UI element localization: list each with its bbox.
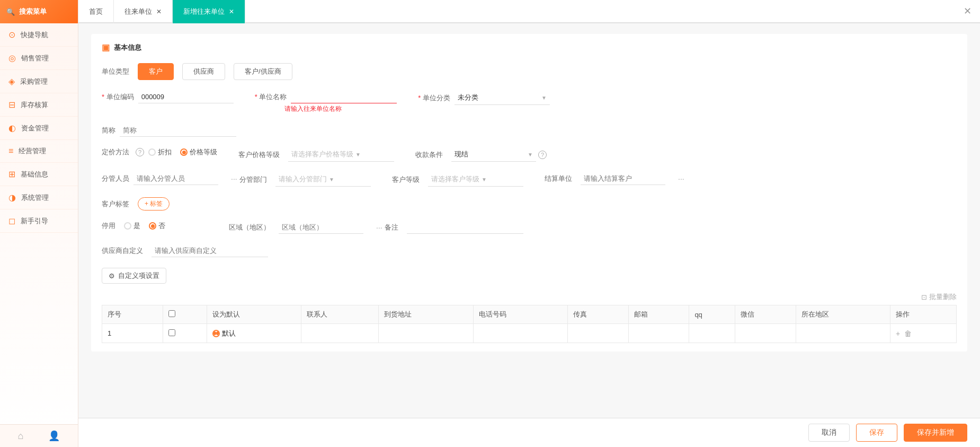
tab-close-new-partner[interactable]: ✕ [229, 8, 234, 15]
sidebar-search-label[interactable]: 搜索菜单 [19, 7, 47, 16]
row-default[interactable]: 默认 [207, 324, 301, 343]
main-area: 首页往来单位✕新增往来单位✕ ✕ ▣ 基本信息 单位类型 客户供应商客户/供应商… [78, 0, 980, 447]
row-add-btn[interactable]: + [896, 329, 900, 338]
select-all-checkbox[interactable] [168, 310, 175, 317]
sidebar-item-label-sales: 销售管理 [21, 54, 49, 63]
sidebar-item-inventory[interactable]: ⊟库存核算 [0, 93, 78, 117]
pricing-discount-option[interactable]: 折扣 [148, 147, 172, 157]
sidebar-item-basic[interactable]: ⊞基础信息 [0, 163, 78, 186]
home-icon[interactable]: ⌂ [18, 431, 24, 442]
tab-label-new-partner: 新增往来单位 [183, 7, 225, 16]
settlement-more-btn[interactable]: ··· [676, 174, 687, 183]
sidebar-item-sales[interactable]: ◎销售管理 [0, 47, 78, 70]
row-actions[interactable]: +🗑 [890, 324, 956, 343]
unit-type-customer-button[interactable]: 客户 [138, 63, 174, 80]
tab-close-partners[interactable]: ✕ [156, 8, 162, 15]
bottom-bar: 取消 保存 保存并新增 [78, 418, 980, 447]
row-checkbox-cell[interactable] [163, 324, 207, 343]
table-header-1[interactable] [163, 305, 207, 324]
table-header-9: 微信 [735, 305, 796, 324]
manager-more-btn[interactable]: ··· [229, 174, 239, 183]
code-label: 单位编码 [102, 92, 134, 102]
remark-field: 备注 [385, 221, 523, 234]
pricing-field: 定价方法 ? 折扣 价格等级 [102, 147, 217, 157]
tab-new-partner[interactable]: 新增往来单位✕ [173, 0, 245, 23]
quick-nav-icon: ⊙ [8, 30, 15, 40]
save-button[interactable]: 保存 [856, 424, 897, 442]
unit-type-supplier-button[interactable]: 供应商 [182, 63, 225, 80]
table-header-7: 邮箱 [628, 305, 689, 324]
name-label: 单位名称 [255, 92, 287, 102]
disable-yes-option[interactable]: 是 [124, 221, 140, 231]
close-all-tabs-button[interactable]: ✕ [955, 0, 980, 23]
name-field-wrapper: 单位名称 请输入往来单位名称 [255, 91, 397, 113]
cancel-button[interactable]: 取消 [808, 424, 850, 442]
disable-label: 停用 [102, 221, 115, 231]
sidebar-item-label-basic: 基础信息 [21, 170, 48, 179]
disable-yes-radio[interactable] [124, 222, 131, 230]
tab-partners[interactable]: 往来单位✕ [114, 0, 173, 23]
pricing-help-icon[interactable]: ? [136, 148, 144, 156]
add-tag-button[interactable]: + 标签 [138, 197, 170, 211]
sidebar-item-label-quick-nav: 快捷导航 [21, 30, 48, 40]
code-input[interactable]: 000009 [138, 91, 234, 103]
purchase-icon: ◈ [8, 76, 15, 86]
content-area: ▣ 基本信息 单位类型 客户供应商客户/供应商 单位编码 000009 单位名称 [78, 23, 980, 418]
row-checkbox[interactable] [168, 329, 175, 336]
short-name-label: 简称 [102, 126, 115, 135]
table-actions: ⊡ 批量删除 [102, 292, 957, 302]
payment-condition-chevron: ▼ [528, 152, 533, 157]
payment-condition-label: 收款条件 [415, 150, 443, 160]
tab-label-partners: 往来单位 [124, 7, 152, 16]
sidebar-item-finance[interactable]: ◐资金管理 [0, 117, 78, 140]
disable-no-radio[interactable] [149, 222, 156, 230]
unit-type-both-button[interactable]: 客户/供应商 [234, 63, 292, 80]
department-placeholder: 请输入分管部门 [279, 174, 327, 184]
tab-home[interactable]: 首页 [78, 0, 114, 23]
region-more-btn[interactable]: ··· [374, 223, 385, 232]
sidebar-header[interactable]: 🔍 搜索菜单 [0, 0, 78, 23]
batch-delete-button[interactable]: ⊡ 批量删除 [921, 292, 957, 302]
customer-level-select[interactable]: 请选择客户等级 ▼ [428, 172, 523, 187]
manager-input[interactable] [133, 172, 229, 185]
remark-input[interactable] [407, 221, 523, 234]
customer-price-select[interactable]: 请选择客户价格等级 ▼ [288, 147, 394, 162]
customer-price-field: 客户价格等级 请选择客户价格等级 ▼ [238, 147, 394, 162]
sidebar-item-purchase[interactable]: ◈采购管理 [0, 70, 78, 93]
supplier-custom-input[interactable] [152, 244, 268, 257]
region-input[interactable] [279, 221, 374, 233]
customer-level-label: 客户等级 [392, 175, 420, 185]
row-delete-btn[interactable]: 🗑 [904, 329, 912, 338]
save-new-button[interactable]: 保存并新增 [904, 424, 967, 442]
table-header-8: qq [689, 305, 735, 324]
newbie-icon: ◻ [8, 216, 15, 226]
unit-type-row: 单位类型 客户供应商客户/供应商 [102, 63, 957, 80]
category-field: 单位分类 未分类 ▼ [418, 91, 550, 105]
custom-settings-button[interactable]: ⚙ 自定义项设置 [102, 268, 166, 284]
customer-price-placeholder: 请选择客户价格等级 [291, 150, 353, 159]
user-icon[interactable]: 👤 [48, 430, 60, 442]
payment-condition-select[interactable]: 现结 ▼ [451, 147, 536, 162]
sidebar-item-system[interactable]: ◑系统管理 [0, 186, 78, 209]
short-name-input[interactable] [120, 124, 236, 137]
section-title: 基本信息 [114, 43, 141, 52]
customer-price-label: 客户价格等级 [238, 150, 280, 160]
pricing-level-option[interactable]: 价格等级 [180, 147, 217, 157]
manager-label: 分管人员 [102, 174, 129, 183]
settlement-input[interactable] [581, 172, 676, 185]
sidebar-item-newbie[interactable]: ◻新手引导 [0, 209, 78, 233]
sidebar-item-quick-nav[interactable]: ⊙快捷导航 [0, 23, 78, 47]
pricing-level-radio[interactable] [180, 148, 188, 156]
batch-delete-label: 批量删除 [929, 292, 957, 302]
payment-help-icon[interactable]: ? [538, 151, 547, 159]
department-select[interactable]: 请输入分管部门 ▼ [275, 172, 371, 187]
settings-row: ⚙ 自定义项设置 [102, 268, 957, 284]
sidebar-item-operations[interactable]: ≡经营管理 [0, 140, 78, 163]
disable-no-option[interactable]: 否 [149, 221, 165, 231]
form-row-4: 分管人员 ··· 分管部门 请输入分管部门 ▼ 客户等级 [102, 172, 957, 187]
short-name-field: 简称 [102, 124, 236, 137]
pricing-discount-radio[interactable] [148, 148, 156, 156]
sales-icon: ◎ [8, 53, 16, 63]
name-input[interactable] [291, 91, 397, 103]
category-select[interactable]: 未分类 ▼ [455, 91, 550, 105]
